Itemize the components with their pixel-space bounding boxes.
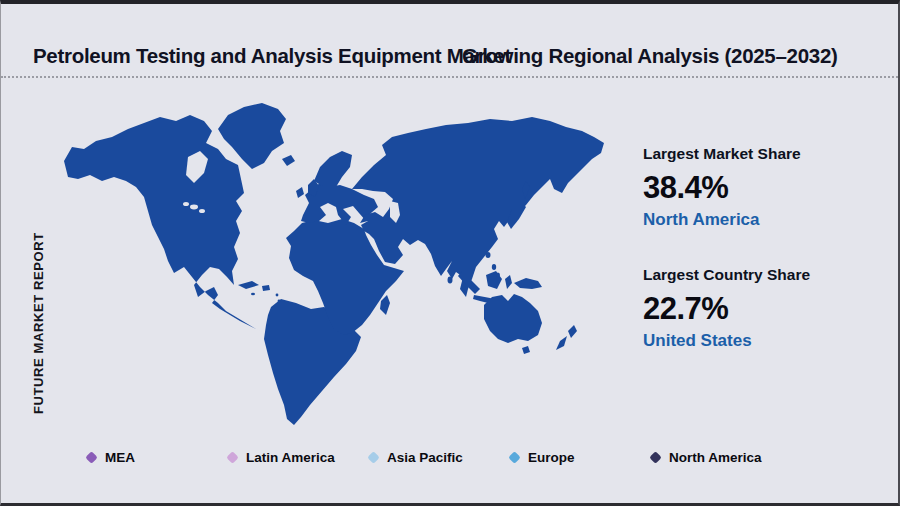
legend-marker-icon xyxy=(85,451,98,464)
legend-label: MEA xyxy=(105,450,135,465)
legend-label: Asia Pacific xyxy=(387,450,463,465)
island-ireland xyxy=(296,187,304,198)
legend-label: Latin America xyxy=(246,450,335,465)
legend-marker-icon xyxy=(367,451,380,464)
stat-value: 38.4% xyxy=(643,170,893,206)
legend: MEA Latin America Asia Pacific Europe No… xyxy=(87,450,792,465)
stat-region: North America xyxy=(643,210,893,230)
report-infographic: Petroleum Testing and Analysis Equipment… xyxy=(0,0,900,506)
legend-label: North America xyxy=(669,450,762,465)
great-lakes-2 xyxy=(199,209,205,213)
island-antilles-1 xyxy=(276,294,279,297)
great-lakes-3 xyxy=(183,202,189,206)
legend-marker-icon xyxy=(649,451,662,464)
legend-item-latin-america: Latin America xyxy=(228,450,369,465)
island-new-zealand-south xyxy=(556,336,567,350)
world-map xyxy=(56,89,616,429)
continents xyxy=(64,103,604,425)
legend-item-europe: Europe xyxy=(510,450,651,465)
legend-item-north-america: North America xyxy=(651,450,792,465)
island-new-zealand-north xyxy=(568,325,577,338)
great-lakes-1 xyxy=(190,205,198,210)
stat-largest-country-share: Largest Country Share 22.7% United State… xyxy=(643,266,893,351)
island-new-guinea xyxy=(514,278,542,289)
legend-marker-icon xyxy=(508,451,521,464)
island-sulawesi xyxy=(505,275,512,289)
stat-region: United States xyxy=(643,331,893,351)
stat-value: 22.7% xyxy=(643,291,893,327)
island-antilles-2 xyxy=(278,300,281,303)
stat-largest-market-share: Largest Market Share 38.4% North America xyxy=(643,145,893,230)
island-sri-lanka xyxy=(448,277,453,284)
island-cuba xyxy=(238,281,259,289)
world-map-svg xyxy=(56,89,616,429)
legend-label: Europe xyxy=(528,450,575,465)
island-philippines-2 xyxy=(496,272,500,277)
island-philippines-1 xyxy=(492,264,496,270)
region-scandinavia xyxy=(314,151,352,187)
island-hispaniola xyxy=(262,285,270,291)
island-taiwan xyxy=(486,252,491,258)
page-title-line2: Growing Regional Analysis (2025–2032) xyxy=(462,44,838,68)
legend-item-mea: MEA xyxy=(87,450,228,465)
island-iceland xyxy=(282,155,295,166)
island-tasmania xyxy=(522,346,530,354)
island-jamaica xyxy=(251,293,255,296)
legend-marker-icon xyxy=(226,451,239,464)
island-madagascar xyxy=(380,295,390,315)
watermark-text: FUTURE MARKET REPORT xyxy=(31,237,46,410)
legend-item-asia-pacific: Asia Pacific xyxy=(369,450,510,465)
island-greenland xyxy=(218,103,286,169)
stat-label: Largest Country Share xyxy=(643,266,893,284)
stat-label: Largest Market Share xyxy=(643,145,893,163)
dotted-divider xyxy=(1,76,898,78)
continent-australia xyxy=(484,294,542,343)
page-title-line1: Petroleum Testing and Analysis Equipment… xyxy=(33,44,511,68)
